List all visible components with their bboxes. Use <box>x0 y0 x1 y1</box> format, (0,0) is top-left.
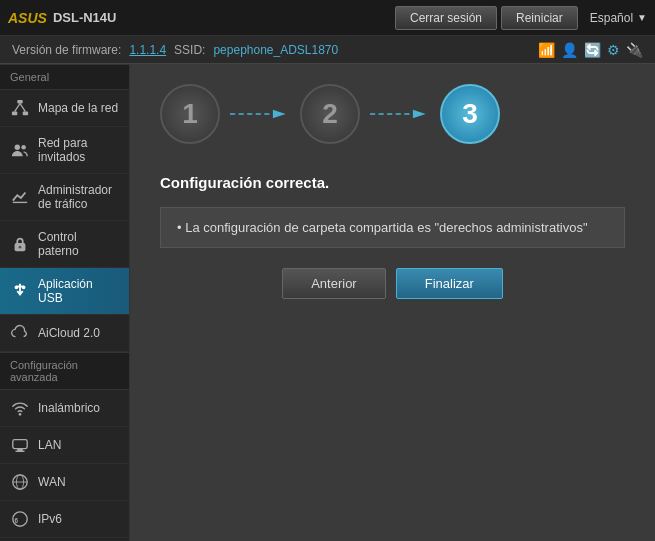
sidebar-item-network-map[interactable]: Mapa de la red <box>0 90 129 127</box>
sidebar-item-label: WAN <box>38 475 66 489</box>
sidebar-item-aicloud[interactable]: AiCloud 2.0 <box>0 315 129 352</box>
language-label: Español <box>590 11 633 25</box>
language-selector[interactable]: Español ▼ <box>590 11 647 25</box>
step-arrow-1 <box>220 104 300 124</box>
sidebar-item-usb-app[interactable]: Aplicación USB <box>0 268 129 315</box>
sidebar-item-parental-control[interactable]: Control paterno <box>0 221 129 268</box>
ssid-label: SSID: <box>174 43 205 57</box>
svg-point-13 <box>19 413 22 416</box>
main-layout: General Mapa de la red <box>0 64 655 541</box>
firmware-bar: Versión de firmware: 1.1.1.4 SSID: pepep… <box>0 36 655 64</box>
advanced-section-title: Configuración avanzada <box>0 352 129 390</box>
step-1-circle: 1 <box>160 84 220 144</box>
sidebar-item-traffic-manager[interactable]: Administrador de tráfico <box>0 174 129 221</box>
network-icon <box>10 99 30 117</box>
step-2-circle: 2 <box>300 84 360 144</box>
model-name: DSL-N14U <box>53 10 117 25</box>
svg-rect-2 <box>23 112 28 116</box>
svg-rect-14 <box>13 440 27 449</box>
svg-rect-0 <box>17 100 22 104</box>
user-status-icon: 👤 <box>561 42 578 58</box>
lock-icon <box>10 235 30 253</box>
header: ASUS DSL-N14U Cerrar sesión Reiniciar Es… <box>0 0 655 36</box>
sidebar-item-lan[interactable]: LAN <box>0 427 129 464</box>
firmware-version[interactable]: 1.1.1.4 <box>129 43 166 57</box>
svg-rect-12 <box>16 286 23 288</box>
globe-icon <box>10 473 30 491</box>
ssid-value: pepephone_ADSL1870 <box>213 43 338 57</box>
firmware-label: Versión de firmware: <box>12 43 121 57</box>
usb-status-icon: 🔌 <box>626 42 643 58</box>
svg-marker-24 <box>273 110 286 119</box>
sidebar-item-label: Administrador de tráfico <box>38 183 119 211</box>
asus-logo: ASUS <box>8 10 47 26</box>
config-title: Configuración correcta. <box>160 174 625 191</box>
wifi-icon <box>10 399 30 417</box>
svg-line-3 <box>15 104 20 112</box>
config-content: Configuración correcta. La configuración… <box>130 164 655 319</box>
wizard-buttons: Anterior Finalizar <box>160 268 625 299</box>
svg-point-5 <box>15 145 20 150</box>
sidebar-item-ipv6[interactable]: 6 IPv6 <box>0 501 129 538</box>
sidebar-item-label: Control paterno <box>38 230 119 258</box>
finish-button[interactable]: Finalizar <box>396 268 503 299</box>
sidebar-item-label: AiCloud 2.0 <box>38 326 100 340</box>
ipv6-icon: 6 <box>10 510 30 528</box>
svg-rect-1 <box>12 112 17 116</box>
header-buttons: Cerrar sesión Reiniciar Español ▼ <box>395 6 647 30</box>
sidebar-item-label: Inalámbrico <box>38 401 100 415</box>
logo-area: ASUS DSL-N14U <box>8 10 395 26</box>
traffic-icon <box>10 188 30 206</box>
step-arrow-2 <box>360 104 440 124</box>
sidebar: General Mapa de la red <box>0 64 130 541</box>
wizard-steps: 1 2 3 <box>130 64 655 164</box>
usb-icon <box>10 282 30 300</box>
sidebar-item-label: Red para invitados <box>38 136 119 164</box>
svg-line-4 <box>20 104 25 112</box>
status-icons: 📶 👤 🔄 ⚙ 🔌 <box>538 42 643 58</box>
sync-status-icon: 🔄 <box>584 42 601 58</box>
svg-marker-26 <box>413 110 426 119</box>
cloud-icon <box>10 324 30 342</box>
config-message: La configuración de carpeta compartida e… <box>160 207 625 248</box>
users-icon <box>10 141 30 159</box>
sidebar-item-label: Mapa de la red <box>38 101 118 115</box>
restart-button[interactable]: Reiniciar <box>501 6 578 30</box>
content-area: 1 2 3 Configura <box>130 64 655 541</box>
wifi-status-icon: 📶 <box>538 42 555 58</box>
previous-button[interactable]: Anterior <box>282 268 386 299</box>
step-3-circle: 3 <box>440 84 500 144</box>
svg-text:6: 6 <box>15 517 19 524</box>
settings-status-icon: ⚙ <box>607 42 620 58</box>
sidebar-item-wan[interactable]: WAN <box>0 464 129 501</box>
sidebar-item-label: IPv6 <box>38 512 62 526</box>
chevron-down-icon: ▼ <box>637 12 647 23</box>
general-section-title: General <box>0 64 129 90</box>
svg-point-9 <box>19 246 22 249</box>
lan-icon <box>10 436 30 454</box>
sidebar-item-label: Aplicación USB <box>38 277 119 305</box>
svg-point-6 <box>21 145 26 150</box>
logout-button[interactable]: Cerrar sesión <box>395 6 497 30</box>
sidebar-item-wireless[interactable]: Inalámbrico <box>0 390 129 427</box>
sidebar-item-guest-network[interactable]: Red para invitados <box>0 127 129 174</box>
sidebar-item-label: LAN <box>38 438 61 452</box>
